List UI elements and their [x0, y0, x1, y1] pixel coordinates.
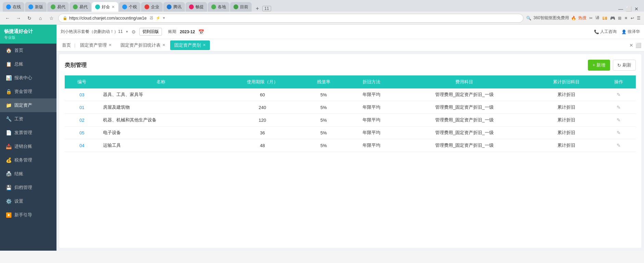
close-tab-1-btn[interactable]: ✕	[109, 43, 112, 47]
sidebar-item-fixed-assets[interactable]: 📁 固定资产	[0, 98, 56, 112]
cell-rate-1: 5%	[302, 101, 345, 114]
cell-period-4: 48	[223, 139, 302, 152]
help-button[interactable]: 📞 人工咨询	[594, 29, 617, 35]
cell-method-3: 年限平均	[345, 127, 397, 139]
dropdown-arrow[interactable]: ▾	[126, 29, 128, 34]
col-expense: 费用科目	[397, 75, 531, 88]
browser-tab-0[interactable]: 在线	[3, 2, 24, 12]
bookmark-btn[interactable]: ☆	[47, 14, 55, 22]
new-tab-btn[interactable]: +	[254, 5, 261, 12]
sidebar-item-archive[interactable]: 💾 归档管理	[0, 181, 56, 194]
tab-fixed-assets-management[interactable]: 固定资产管理 ✕	[76, 40, 116, 50]
sidebar-item-payroll[interactable]: 🔧 工资	[0, 112, 56, 126]
menu-icon[interactable]: ☰	[637, 16, 641, 21]
translate-icon[interactable]: 译	[595, 15, 599, 21]
cell-method-2: 年限平均	[345, 114, 397, 127]
url-bar[interactable]: 🔒 https://cloud.chanjet.com/accounting/u…	[58, 14, 523, 23]
sidebar-item-funds[interactable]: 🔒 资金管理	[0, 85, 56, 98]
address-bar: ← → ↻ ⌂ ☆ 🔒 https://cloud.chanjet.com/ac…	[0, 12, 644, 25]
close-btn[interactable]: ✕	[634, 6, 639, 12]
tab-depreciation-statistics[interactable]: 固定资产折旧统计表 ✕	[116, 40, 169, 50]
sidebar-item-invoice[interactable]: 📄 发票管理	[0, 126, 56, 140]
cell-action-0[interactable]: ✎	[602, 88, 636, 101]
archive-icon: 💾	[5, 184, 12, 191]
minimize-btn[interactable]: —	[618, 6, 623, 12]
home-btn[interactable]: ⌂	[36, 14, 45, 22]
browser-tab-4[interactable]: 好会 ✕	[92, 2, 118, 12]
browser-tab-8[interactable]: 畅提	[186, 2, 207, 12]
switch-version-button[interactable]: 切到旧版	[139, 28, 162, 36]
col-rate: 残值率	[302, 75, 345, 88]
cell-id-0: 03	[65, 88, 99, 101]
browser-tab-3[interactable]: 易代	[70, 2, 91, 12]
refresh-icon: ↻	[617, 63, 621, 68]
browser-tab-7[interactable]: 腾讯	[163, 2, 185, 12]
edit-icon-2[interactable]: ✎	[617, 117, 621, 123]
sun-icon[interactable]: ☀	[624, 16, 628, 21]
period-value: 2023-12	[180, 29, 195, 34]
avatar-icon: 👤	[621, 29, 627, 34]
refresh-button[interactable]: ↻ 刷新	[613, 60, 636, 71]
cell-rate-0: 5%	[302, 88, 345, 101]
game-icon[interactable]: 🎮	[610, 16, 615, 21]
close-tab-3-btn[interactable]: ✕	[203, 43, 206, 47]
sidebar-item-settings[interactable]: ⚙️ 设置	[0, 194, 56, 208]
close-tab-2-btn[interactable]: ✕	[162, 43, 165, 47]
cell-action-4[interactable]: ✎	[602, 139, 636, 152]
tab-home[interactable]: 首页	[59, 42, 74, 48]
browser-tab-2[interactable]: 易代	[47, 2, 69, 12]
wallet-icon[interactable]: 💴	[602, 16, 607, 21]
cell-expense-1: 管理费用_固定资产折旧_一级	[397, 101, 531, 114]
edit-icon-1[interactable]: ✎	[617, 105, 621, 110]
cell-method-0: 年限平均	[345, 88, 397, 101]
sidebar-item-closing[interactable]: 🖨️ 结账	[0, 167, 56, 181]
table-row: 02 机器、机械和其他生产设备 120 5% 年限平均 管理费用_固定资产折旧_…	[65, 114, 636, 127]
edit-icon-0[interactable]: ✎	[617, 92, 621, 97]
history-icon[interactable]: ↩	[631, 16, 634, 21]
expand-panel-icon[interactable]: ⬜	[635, 43, 641, 48]
cut-icon[interactable]: ✂	[589, 16, 593, 21]
browser-tab-6[interactable]: 企业	[141, 2, 163, 12]
browser-tab-10[interactable]: 目前	[230, 2, 252, 12]
sidebar-item-tax[interactable]: 💰 税务管理	[0, 153, 56, 167]
cell-rate-3: 5%	[302, 127, 345, 139]
maximize-btn[interactable]: ⬜	[626, 6, 632, 12]
section-header: 类别管理 + 新增 ↻ 刷新	[65, 60, 636, 71]
cell-action-1[interactable]: ✎	[602, 101, 636, 114]
forward-btn[interactable]: →	[14, 14, 23, 22]
cell-accumulated-3: 累计折旧	[531, 127, 602, 139]
browser-tab-5[interactable]: 个税	[119, 2, 140, 12]
sidebar-item-purchase-sales[interactable]: 📥 进销台账	[0, 140, 56, 153]
cell-action-3[interactable]: ✎	[602, 127, 636, 139]
close-panel-icon[interactable]: ✕	[629, 43, 633, 48]
user-avatar[interactable]: 👤 徐泽华	[621, 29, 640, 35]
sidebar-item-home[interactable]: 🏠 首页	[0, 44, 56, 57]
reload-btn[interactable]: ↻	[25, 14, 34, 22]
calendar-icon[interactable]: 📅	[198, 29, 204, 35]
cell-period-1: 240	[223, 101, 302, 114]
edit-icon-4[interactable]: ✎	[617, 143, 621, 148]
cell-name-4: 运输工具	[99, 139, 223, 152]
edit-icon-3[interactable]: ✎	[617, 130, 621, 135]
cell-action-2[interactable]: ✎	[602, 114, 636, 127]
grid-icon[interactable]: ⊞	[618, 16, 621, 21]
cell-method-4: 年限平均	[345, 139, 397, 152]
col-name: 名称	[99, 75, 223, 88]
sidebar-item-guide[interactable]: ▶️ 新手引导	[0, 208, 56, 222]
browser-tab-1[interactable]: 新版	[25, 2, 47, 12]
tab-asset-categories[interactable]: 固定资产类别 ✕	[170, 40, 210, 50]
sidebar-header: 畅捷通好会计 专业版	[0, 25, 56, 44]
search-icon: 🔍	[526, 16, 531, 21]
invoice-icon: 📄	[5, 130, 12, 136]
add-button[interactable]: + 新增	[588, 60, 610, 71]
page-title: 类别管理	[65, 62, 87, 69]
sidebar-item-ledger[interactable]: 📋 总账	[0, 57, 56, 71]
sidebar-item-reports[interactable]: 📊 报表中心	[0, 71, 56, 85]
content-area: 类别管理 + 新增 ↻ 刷新 编号 名称 使用期限（月） 残值率	[59, 54, 641, 248]
settings-gear-icon[interactable]: ⚙	[131, 29, 136, 35]
closing-icon: 🖨️	[5, 171, 12, 177]
cell-rate-4: 5%	[302, 139, 345, 152]
browser-tab-9[interactable]: 各地	[208, 2, 229, 12]
table-body: 03 器具、工具、家具等 60 5% 年限平均 管理费用_固定资产折旧_一级 累…	[65, 88, 636, 152]
back-btn[interactable]: ←	[3, 14, 12, 22]
